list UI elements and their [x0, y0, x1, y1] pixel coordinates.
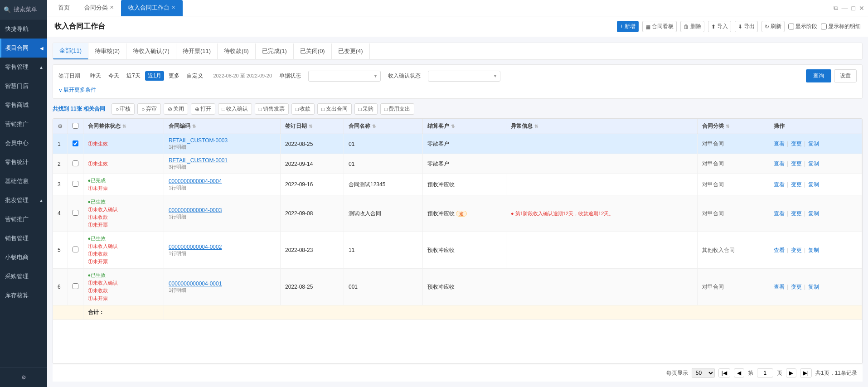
- action-copy[interactable]: 复制: [808, 284, 819, 290]
- action-edit[interactable]: 变更: [791, 181, 802, 188]
- sort-icon-name[interactable]: ⇅: [372, 124, 376, 129]
- th-settings[interactable]: ⚙: [53, 119, 68, 134]
- contract-code-link[interactable]: 0000000000004-0001: [169, 281, 222, 287]
- btn-purchase[interactable]: □ 采购: [354, 103, 378, 115]
- action-edit[interactable]: 变更: [791, 160, 802, 167]
- sort-icon-customer[interactable]: ⇅: [451, 124, 455, 129]
- tab-close-income-workbench[interactable]: ✕: [171, 5, 175, 10]
- subtab-changed[interactable]: 已变更(4): [332, 44, 370, 59]
- subtab-pending-invoice[interactable]: 待开票(11): [176, 44, 218, 59]
- sort-icon-code[interactable]: ⇅: [192, 124, 196, 129]
- page-first-btn[interactable]: |◀: [718, 368, 730, 377]
- action-view[interactable]: 查看: [774, 140, 785, 147]
- sidebar-settings[interactable]: ⚙: [0, 368, 47, 387]
- contract-code-link[interactable]: RETAIL_CUSTOM-0001: [169, 157, 228, 164]
- contract-code-link[interactable]: RETAIL_CUSTOM-0003: [169, 137, 228, 144]
- row-checkbox[interactable]: [68, 195, 83, 232]
- subtab-pending-review[interactable]: 待审核(2): [88, 44, 126, 59]
- subtab-pending-income[interactable]: 待收入确认(7): [126, 44, 176, 59]
- action-view[interactable]: 查看: [774, 181, 785, 188]
- row-checkbox[interactable]: [68, 154, 83, 174]
- sidebar-item-member[interactable]: 会员中心: [0, 134, 47, 153]
- tab-income-workbench[interactable]: 收入合同工作台 ✕: [121, 0, 183, 16]
- row-checkbox[interactable]: [68, 174, 83, 195]
- tab-home[interactable]: 首页: [51, 0, 77, 16]
- sidebar-item-retail-mgmt[interactable]: 零售管理 ▲: [0, 58, 47, 77]
- sidebar-item-smart-store[interactable]: 智慧门店: [0, 77, 47, 96]
- tab-window-icon[interactable]: ⧉: [834, 4, 838, 12]
- action-copy[interactable]: 复制: [808, 160, 819, 167]
- row-checkbox[interactable]: [68, 134, 83, 154]
- action-view[interactable]: 查看: [774, 284, 785, 290]
- subtab-closed[interactable]: 已关闭(0): [294, 44, 332, 59]
- show-detail-checkbox[interactable]: 显示标的明细: [821, 23, 861, 30]
- doc-status-select[interactable]: [308, 71, 381, 82]
- date-btn-more[interactable]: 更多: [166, 71, 182, 81]
- income-confirm-select[interactable]: [428, 71, 500, 82]
- date-btn-1month[interactable]: 近1月: [145, 71, 165, 81]
- action-copy[interactable]: 复制: [808, 140, 819, 147]
- subtab-all[interactable]: 全部(11): [53, 43, 88, 59]
- subtab-completed[interactable]: 已完成(1): [256, 44, 294, 59]
- tab-maximize-icon[interactable]: □: [852, 5, 855, 12]
- contract-code-link[interactable]: 0000000000004-0002: [169, 244, 222, 250]
- sidebar-item-marketing2[interactable]: 营销推广: [0, 210, 47, 229]
- btn-payment[interactable]: □ 收款: [291, 103, 315, 115]
- action-edit[interactable]: 变更: [791, 284, 802, 290]
- btn-expense-contract[interactable]: □ 支出合同: [317, 103, 351, 115]
- import-button[interactable]: ⬆ 导入: [708, 21, 731, 32]
- page-last-btn[interactable]: ▶|: [800, 368, 812, 377]
- action-edit[interactable]: 变更: [791, 210, 802, 217]
- contract-code-link[interactable]: 0000000000004-0003: [169, 207, 222, 213]
- sort-icon-date[interactable]: ⇅: [309, 124, 312, 129]
- sidebar-item-project-contract[interactable]: 项目合同 ◀: [0, 39, 47, 58]
- btn-open[interactable]: ⊕ 打开: [191, 103, 215, 115]
- action-copy[interactable]: 复制: [808, 181, 819, 188]
- action-view[interactable]: 查看: [774, 160, 785, 167]
- date-btn-7days[interactable]: 近7天: [124, 71, 143, 81]
- sidebar-item-retail-mall[interactable]: 零售商城: [0, 96, 47, 115]
- sidebar-item-base-info[interactable]: 基础信息: [0, 172, 47, 191]
- expand-filter[interactable]: ∨ 展开更多条件: [58, 86, 857, 94]
- delete-button[interactable]: 🗑 删除: [680, 21, 704, 32]
- sort-icon-abnormal[interactable]: ⇅: [534, 124, 538, 129]
- sidebar-item-wholesale[interactable]: 批发管理 ▲: [0, 191, 47, 210]
- row-checkbox[interactable]: [68, 269, 83, 305]
- btn-sales-invoice[interactable]: □ 销售发票: [255, 103, 289, 115]
- per-page-select[interactable]: 50 100 200: [692, 368, 715, 378]
- data-table-wrap[interactable]: ⚙ 合同整体状态⇅ 合同编码⇅ 签订日期⇅ 合同名称⇅ 结算客户⇅ 异常信息⇅ …: [53, 118, 863, 364]
- btn-review[interactable]: ○ 审核: [112, 103, 135, 115]
- sidebar-item-retail-stats[interactable]: 零售统计: [0, 153, 47, 172]
- action-edit[interactable]: 变更: [791, 140, 802, 147]
- date-btn-yesterday[interactable]: 昨天: [87, 71, 104, 81]
- sidebar-search[interactable]: 🔍 搜索菜单: [0, 0, 47, 19]
- action-copy[interactable]: 复制: [808, 210, 819, 217]
- tab-close-contract-category[interactable]: ✕: [110, 5, 114, 10]
- action-edit[interactable]: 变更: [791, 247, 802, 253]
- date-btn-today[interactable]: 今天: [106, 71, 122, 81]
- action-view[interactable]: 查看: [774, 210, 785, 217]
- action-copy[interactable]: 复制: [808, 247, 819, 253]
- btn-expense-out[interactable]: □ 费用支出: [380, 103, 414, 115]
- export-button[interactable]: ⬇ 导出: [735, 21, 758, 32]
- refresh-button[interactable]: ↻ 刷新: [761, 21, 785, 32]
- subtab-pending-payment[interactable]: 待收款(8): [218, 44, 256, 59]
- date-btn-custom[interactable]: 自定义: [184, 71, 206, 81]
- query-button[interactable]: 查询: [806, 69, 831, 82]
- tab-minimize-icon[interactable]: —: [842, 5, 848, 12]
- filter-settings-button[interactable]: 设置: [834, 69, 857, 82]
- th-checkbox[interactable]: [68, 119, 83, 134]
- sidebar-item-inventory[interactable]: 库存核算: [0, 286, 47, 305]
- page-next-btn[interactable]: ▶: [786, 368, 796, 377]
- contract-board-button[interactable]: ▦ 合同看板: [642, 21, 677, 32]
- sidebar-item-marketing[interactable]: 营销推广: [0, 115, 47, 134]
- btn-close[interactable]: ⊘ 关闭: [164, 103, 188, 115]
- select-all-checkbox[interactable]: [73, 123, 78, 129]
- sort-icon-type[interactable]: ⇅: [726, 124, 729, 129]
- sidebar-item-quick-nav[interactable]: 快捷导航: [0, 19, 47, 39]
- sidebar-item-sales-mgmt[interactable]: 销售管理: [0, 229, 47, 248]
- btn-abandon-review[interactable]: ○ 弃审: [137, 103, 160, 115]
- sort-icon-status[interactable]: ⇅: [122, 124, 126, 129]
- new-button[interactable]: + 新增: [617, 21, 639, 32]
- page-input[interactable]: [757, 368, 773, 377]
